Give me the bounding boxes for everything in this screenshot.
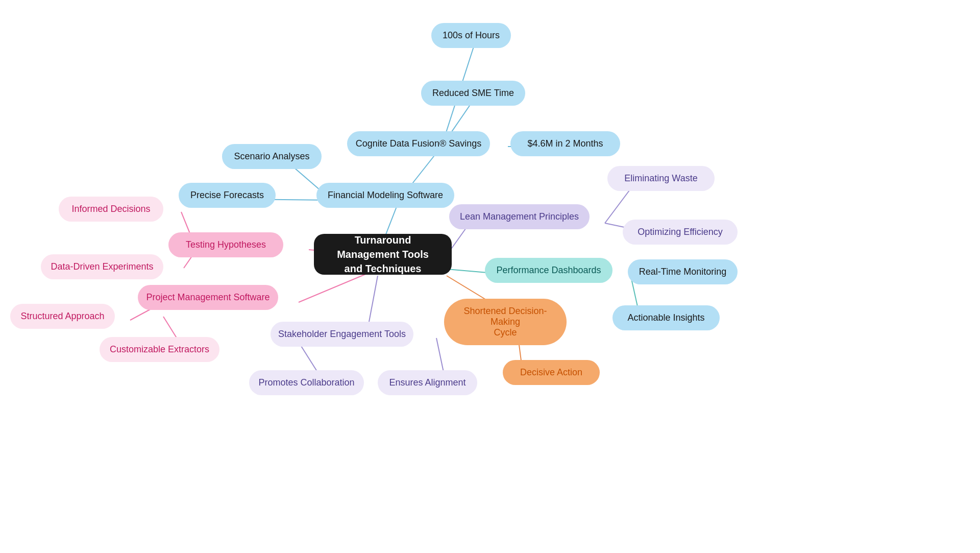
decisive-node: Decisive Action	[503, 360, 600, 385]
data-driven-node: Data-Driven Experiments	[41, 254, 163, 279]
reduced-sme-node: Reduced SME Time	[421, 81, 525, 106]
cognite-node: Cognite Data Fusion® Savings	[347, 131, 490, 156]
four6m-node: $4.6M in 2 Months	[510, 131, 620, 156]
project-node: Project Management Software	[138, 285, 278, 310]
hundreds-hours-node: 100s of Hours	[431, 23, 511, 48]
performance-node: Performance Dashboards	[485, 258, 612, 283]
shortened-node: Shortened Decision-MakingCycle	[444, 299, 567, 345]
scenario-node: Scenario Analyses	[222, 144, 322, 169]
center-node: Turnaround Management Toolsand Technique…	[314, 234, 452, 275]
stakeholder-node: Stakeholder Engagement Tools	[271, 322, 413, 347]
optimizing-node: Optimizing Efficiency	[623, 220, 738, 245]
informed-node: Informed Decisions	[59, 197, 163, 222]
realtime-node: Real-Time Monitoring	[628, 259, 738, 284]
eliminating-node: Eliminating Waste	[607, 166, 715, 191]
structured-node: Structured Approach	[10, 304, 115, 329]
financial-node: Financial Modeling Software	[316, 183, 454, 208]
precise-node: Precise Forecasts	[179, 183, 276, 208]
testing-node: Testing Hypotheses	[168, 232, 283, 257]
actionable-node: Actionable Insights	[612, 305, 720, 330]
customizable-node: Customizable Extractors	[100, 337, 219, 362]
ensures-node: Ensures Alignment	[378, 370, 477, 395]
promotes-node: Promotes Collaboration	[249, 370, 364, 395]
lean-node: Lean Management Principles	[449, 204, 590, 229]
